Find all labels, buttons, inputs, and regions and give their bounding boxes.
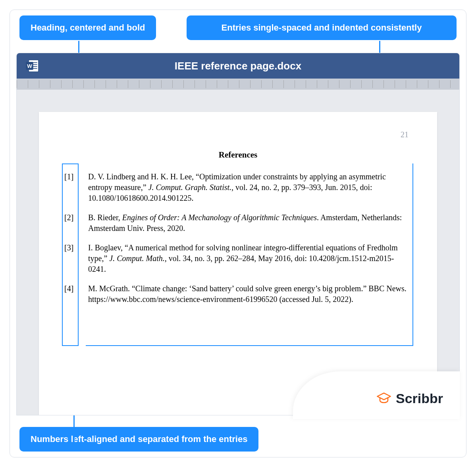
ruler (17, 79, 459, 90)
reference-text: D. V. Lindberg and H. K. H. Lee, “Optimi… (88, 171, 412, 204)
reference-number: [2] (64, 212, 88, 234)
document-window: W IEEE reference page.docx 21 References… (16, 53, 460, 415)
reference-text: B. Rieder, Engines of Order: A Mechanolo… (88, 212, 412, 234)
references-heading: References (64, 149, 412, 160)
reference-entry: [1] D. V. Lindberg and H. K. H. Lee, “Op… (64, 171, 412, 204)
document-title: IEEE reference page.docx (17, 60, 459, 72)
reference-entry: [4] M. McGrath. “Climate change: ‘Sand b… (64, 283, 412, 305)
callout-entries: Entries single-spaced and indented consi… (187, 15, 457, 40)
reference-number: [4] (64, 283, 88, 305)
reference-text: M. McGrath. “Climate change: ‘Sand batte… (88, 283, 412, 305)
reference-number: [3] (64, 242, 88, 275)
brand-name: Scribbr (396, 391, 443, 406)
reference-number: [1] (64, 171, 88, 204)
page-area: 21 References [1] D. V. Lindberg and H. … (17, 90, 459, 415)
brand-logo: Scribbr (370, 386, 450, 410)
callout-heading: Heading, centered and bold (19, 15, 156, 40)
titlebar: W IEEE reference page.docx (17, 53, 459, 79)
graduation-cap-icon (376, 390, 392, 406)
diagram-frame: Heading, centered and bold Entries singl… (10, 10, 466, 457)
reference-list: [1] D. V. Lindberg and H. K. H. Lee, “Op… (64, 171, 412, 305)
callout-numbers: Numbers left-aligned and separated from … (19, 427, 258, 452)
page-number: 21 (401, 129, 409, 140)
reference-entry: [2] B. Rieder, Engines of Order: A Mecha… (64, 212, 412, 234)
page: 21 References [1] D. V. Lindberg and H. … (39, 112, 437, 415)
reference-entry: [3] I. Boglaev, “A numerical method for … (64, 242, 412, 275)
reference-text: I. Boglaev, “A numerical method for solv… (88, 242, 412, 275)
